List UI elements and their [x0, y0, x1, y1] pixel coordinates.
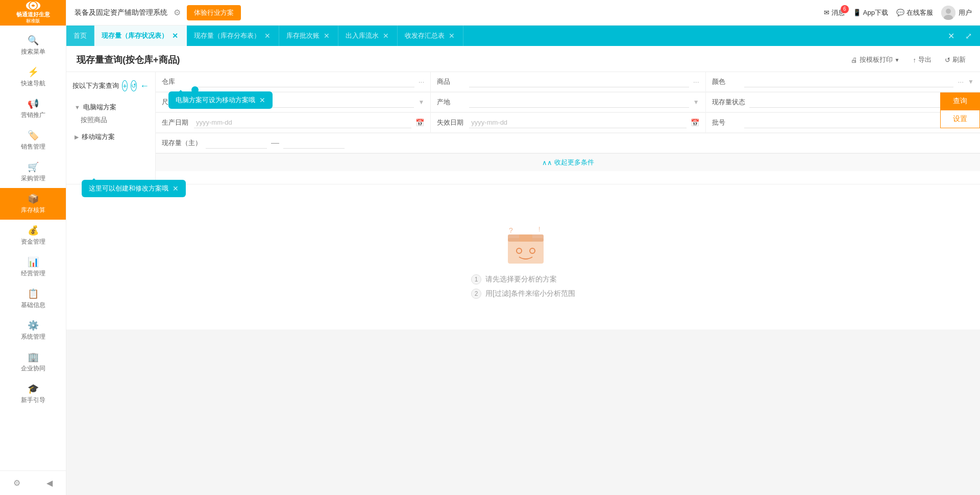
tab-close-in-out[interactable]: ✕ — [382, 32, 390, 40]
stock-status-input[interactable] — [749, 97, 964, 108]
tab-stock-dist[interactable]: 现存量（库存分布表） ✕ — [187, 26, 279, 46]
refresh-label: 刷新 — [952, 55, 966, 64]
scheme-mobile[interactable]: ▶ 移动端方案 — [66, 130, 155, 144]
tab-stock-dist-label: 现存量（库存分布表） — [194, 31, 260, 40]
product-input[interactable] — [469, 76, 689, 87]
set-button[interactable]: 设置 — [940, 110, 980, 128]
tab-home[interactable]: 首页 — [66, 26, 94, 46]
tab-close-stock-batch[interactable]: ✕ — [323, 32, 331, 40]
print-btn[interactable]: 🖨 按模板打印 ▼ — [847, 53, 904, 66]
expiry-date-input[interactable] — [469, 117, 686, 128]
tooltip2-close-btn[interactable]: ✕ — [173, 184, 179, 193]
message-icon: ✉ — [824, 9, 829, 16]
hint-number-1: 1 — [471, 274, 481, 285]
expiry-date-calendar-icon[interactable]: 📅 — [691, 119, 699, 127]
sidebar-item-inventory[interactable]: 📦 库存核算 — [0, 188, 66, 220]
color-dropdown-icon[interactable]: ▼ — [968, 78, 974, 85]
filter-header: 按以下方案查询 + ↺ ← — [66, 76, 155, 96]
size-dropdown-icon[interactable]: ▼ — [418, 99, 424, 106]
message-btn[interactable]: ✉ 消息 6 — [824, 8, 845, 17]
experience-plan-button[interactable]: 体验行业方案 — [187, 5, 241, 20]
sidebar-item-label: 基础信息 — [21, 301, 45, 310]
export-btn[interactable]: ↑ 导出 — [909, 53, 936, 66]
finance-icon: 💰 — [28, 225, 39, 236]
sidebar-item-guide[interactable]: 🎓 新手引导 — [0, 378, 66, 410]
svg-text:!: ! — [538, 226, 540, 233]
filter-back-button[interactable]: ← — [140, 81, 149, 91]
sidebar: 畅通道好生意 标准版 🔍 搜索菜单 ⚡ 快速导航 📢 营销推广 🏷️ 销售管理 … — [0, 0, 66, 495]
guide-icon: 🎓 — [28, 383, 39, 394]
sidebar-item-enterprise[interactable]: 🏢 企业协同 — [0, 346, 66, 378]
batch-input[interactable] — [744, 117, 974, 128]
hint-text-2: 用[过滤]条件来缩小分析范围 — [485, 289, 575, 298]
sidebar-item-operation[interactable]: 📊 经营管理 — [0, 251, 66, 283]
filter-add-button[interactable]: + — [122, 80, 128, 91]
filter-field-production-date: 生产日期 📅 — [156, 113, 430, 133]
page-title: 现存量查询(按仓库+商品) — [77, 54, 180, 66]
origin-dropdown-icon[interactable]: ▼ — [693, 99, 699, 106]
filter-action-buttons: 查询 设置 — [940, 92, 980, 128]
print-icon: 🖨 — [851, 56, 857, 64]
collapse-filter-btn[interactable]: ∧∧ 收起更多条件 — [156, 153, 980, 171]
tab-close-collect-summary[interactable]: ✕ — [448, 32, 456, 40]
warehouse-input[interactable] — [194, 76, 414, 87]
collapse-sidebar-btn[interactable]: ◀ — [44, 476, 55, 490]
origin-input[interactable] — [469, 97, 689, 108]
user-menu[interactable]: 用户 — [941, 6, 972, 20]
filter-refresh-button[interactable]: ↺ — [131, 80, 137, 91]
operation-icon: 📊 — [28, 256, 39, 268]
sidebar-logo: 畅通道好生意 标准版 — [0, 0, 66, 26]
refresh-btn[interactable]: ↺ 刷新 — [941, 53, 970, 66]
phone-icon: 📱 — [853, 9, 861, 16]
query-button[interactable]: 查询 — [940, 92, 980, 110]
quick-icon: ⚡ — [28, 66, 39, 78]
scheme-mobile-arrow-icon: ▶ — [75, 134, 79, 140]
tab-in-out[interactable]: 出入库流水 ✕ — [338, 26, 398, 46]
sidebar-item-finance[interactable]: 💰 资金管理 — [0, 220, 66, 251]
collapse-label: 收起更多条件 — [554, 158, 594, 167]
tab-expand-btn[interactable]: ⤢ — [962, 29, 975, 42]
scheme-desktop-label: 电脑端方案 — [83, 103, 116, 112]
app-download-btn[interactable]: 📱 App下载 — [853, 8, 888, 17]
tab-collect-summary[interactable]: 收发存汇总表 ✕ — [398, 26, 463, 46]
scheme-desktop[interactable]: ▼ 电脑端方案 — [66, 101, 155, 114]
sidebar-item-search[interactable]: 🔍 搜索菜单 — [0, 30, 66, 61]
inventory-range-from[interactable] — [206, 137, 267, 149]
production-date-calendar-icon[interactable]: 📅 — [415, 119, 424, 127]
inventory-icon: 📦 — [28, 193, 39, 204]
scheme-mobile-label: 移动端方案 — [82, 132, 115, 142]
sidebar-item-system[interactable]: ⚙️ 系统管理 — [0, 315, 66, 346]
tooltip-desktop-scheme: 电脑方案可设为移动方案哦 ✕ — [168, 91, 273, 109]
user-avatar — [941, 6, 955, 20]
inventory-range-to[interactable] — [283, 137, 345, 149]
logo-subtitle: 标准版 — [26, 18, 40, 25]
warehouse-dots-icon[interactable]: ··· — [419, 78, 425, 86]
online-service-btn[interactable]: 💬 在线客服 — [896, 8, 933, 17]
sidebar-item-quick[interactable]: ⚡ 快速导航 — [0, 61, 66, 93]
color-dots-icon[interactable]: ··· — [958, 78, 964, 86]
sidebar-item-sales[interactable]: 🏷️ 销售管理 — [0, 125, 66, 156]
svg-text:?: ? — [509, 226, 513, 234]
filter-body: 仓库 ··· 商品 ··· 颜色 — [156, 72, 980, 184]
filter-label: 按以下方案查询 — [72, 81, 119, 90]
tooltip1-close-btn[interactable]: ✕ — [259, 96, 265, 104]
tab-stock-batch[interactable]: 库存批次账 ✕ — [279, 26, 338, 46]
tab-close-all-btn[interactable]: ✕ — [944, 29, 958, 42]
color-input[interactable] — [744, 76, 954, 87]
settings-bottom-btn[interactable]: ⚙ — [11, 476, 22, 490]
enterprise-icon: 🏢 — [28, 351, 39, 363]
tab-close-stock-status[interactable]: ✕ — [171, 32, 179, 40]
service-icon: 💬 — [896, 9, 904, 16]
header-gear-icon[interactable]: ⚙ — [174, 8, 181, 17]
sidebar-item-label: 快速导航 — [21, 79, 45, 88]
sidebar-item-purchase[interactable]: 🛒 采购管理 — [0, 156, 66, 188]
sidebar-item-basic[interactable]: 📋 基础信息 — [0, 283, 66, 315]
scheme-child-item[interactable]: 按照商品 — [81, 114, 155, 126]
product-dots-icon[interactable]: ··· — [693, 78, 699, 86]
production-date-input[interactable] — [194, 117, 411, 128]
header-left: 装备及固定资产辅助管理系统 ⚙ 体验行业方案 — [75, 5, 241, 20]
tab-close-stock-dist[interactable]: ✕ — [263, 32, 272, 40]
marketing-icon: 📢 — [28, 98, 39, 109]
sidebar-item-marketing[interactable]: 📢 营销推广 — [0, 93, 66, 125]
tab-stock-status[interactable]: 现存量（库存状况表） ✕ — [94, 26, 187, 46]
